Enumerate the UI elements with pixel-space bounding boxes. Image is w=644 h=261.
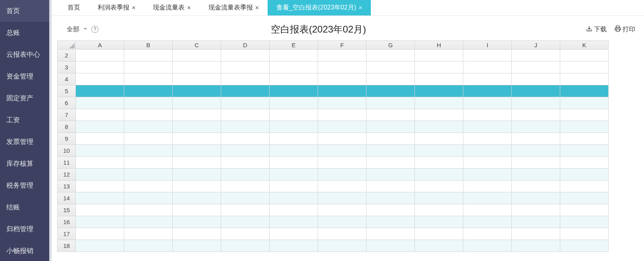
cell-E16[interactable] <box>270 216 318 228</box>
cell-F12[interactable] <box>318 169 366 180</box>
sidebar-item-10[interactable]: 归档管理 <box>0 218 49 240</box>
cell-C11[interactable] <box>173 157 221 169</box>
cell-E6[interactable] <box>270 97 318 109</box>
cell-J3[interactable] <box>512 61 560 73</box>
cell-C3[interactable] <box>173 61 221 73</box>
cell-G18[interactable] <box>366 240 415 252</box>
cell-E4[interactable] <box>270 73 318 85</box>
cell-A7[interactable] <box>76 109 124 121</box>
cell-C15[interactable] <box>173 204 221 216</box>
cell-G3[interactable] <box>366 61 415 73</box>
cell-G13[interactable] <box>366 180 415 192</box>
cell-B18[interactable] <box>124 240 173 252</box>
cell-E12[interactable] <box>270 169 318 180</box>
cell-D15[interactable] <box>221 204 270 216</box>
cell-G16[interactable] <box>366 216 415 228</box>
row-header-5[interactable]: 5 <box>58 85 76 97</box>
cell-J2[interactable] <box>512 50 560 61</box>
cell-K2[interactable] <box>560 50 609 61</box>
cell-D14[interactable] <box>221 192 270 204</box>
column-header-G[interactable]: G <box>366 41 415 50</box>
cell-G8[interactable] <box>366 121 415 133</box>
cell-K12[interactable] <box>560 169 609 180</box>
cell-H4[interactable] <box>415 73 463 85</box>
close-icon[interactable]: × <box>187 4 191 12</box>
cell-E2[interactable] <box>270 50 318 61</box>
cell-H6[interactable] <box>415 97 463 109</box>
sidebar-item-11[interactable]: 小畅报销 <box>0 240 49 261</box>
cell-G7[interactable] <box>366 109 415 121</box>
cell-I11[interactable] <box>463 157 512 169</box>
download-button[interactable]: 下载 <box>586 25 607 34</box>
cell-I6[interactable] <box>463 97 512 109</box>
cell-A12[interactable] <box>76 169 124 180</box>
cell-H11[interactable] <box>415 157 463 169</box>
cell-F7[interactable] <box>318 109 366 121</box>
cell-D10[interactable] <box>221 145 270 157</box>
cell-D7[interactable] <box>221 109 270 121</box>
cell-B5[interactable] <box>124 85 173 97</box>
cell-A2[interactable] <box>76 50 124 61</box>
cell-G2[interactable] <box>366 50 415 61</box>
cell-D8[interactable] <box>221 121 270 133</box>
cell-D6[interactable] <box>221 97 270 109</box>
cell-G11[interactable] <box>366 157 415 169</box>
cell-A9[interactable] <box>76 133 124 145</box>
cell-B12[interactable] <box>124 169 173 180</box>
cell-I18[interactable] <box>463 240 512 252</box>
cell-K6[interactable] <box>560 97 609 109</box>
cell-F15[interactable] <box>318 204 366 216</box>
cell-E13[interactable] <box>270 180 318 192</box>
cell-B3[interactable] <box>124 61 173 73</box>
cell-A4[interactable] <box>76 73 124 85</box>
cell-I14[interactable] <box>463 192 512 204</box>
column-header-A[interactable]: A <box>76 41 124 50</box>
cell-C13[interactable] <box>173 180 221 192</box>
sidebar-item-3[interactable]: 资金管理 <box>0 65 49 87</box>
cell-F14[interactable] <box>318 192 366 204</box>
row-header-9[interactable]: 9 <box>58 133 76 145</box>
cell-K15[interactable] <box>560 204 609 216</box>
tab-1[interactable]: 利润表季报× <box>89 0 144 15</box>
cell-D12[interactable] <box>221 169 270 180</box>
column-header-E[interactable]: E <box>270 41 318 50</box>
cell-D9[interactable] <box>221 133 270 145</box>
cell-B15[interactable] <box>124 204 173 216</box>
cell-C14[interactable] <box>173 192 221 204</box>
cell-C6[interactable] <box>173 97 221 109</box>
row-header-17[interactable]: 17 <box>58 228 76 240</box>
cell-K8[interactable] <box>560 121 609 133</box>
column-header-F[interactable]: F <box>318 41 366 50</box>
tab-4[interactable]: 查看_空白报表(2023年02月)× <box>268 0 371 15</box>
cell-J17[interactable] <box>512 228 560 240</box>
cell-A8[interactable] <box>76 121 124 133</box>
cell-B4[interactable] <box>124 73 173 85</box>
cell-K11[interactable] <box>560 157 609 169</box>
cell-H17[interactable] <box>415 228 463 240</box>
cell-A17[interactable] <box>76 228 124 240</box>
cell-D2[interactable] <box>221 50 270 61</box>
cell-A18[interactable] <box>76 240 124 252</box>
cell-E14[interactable] <box>270 192 318 204</box>
cell-J14[interactable] <box>512 192 560 204</box>
cell-A16[interactable] <box>76 216 124 228</box>
cell-H5[interactable] <box>415 85 463 97</box>
sidebar-item-9[interactable]: 结账 <box>0 196 49 218</box>
row-header-15[interactable]: 15 <box>58 204 76 216</box>
cell-K13[interactable] <box>560 180 609 192</box>
cell-C8[interactable] <box>173 121 221 133</box>
cell-A13[interactable] <box>76 180 124 192</box>
row-header-2[interactable]: 2 <box>58 50 76 61</box>
cell-H14[interactable] <box>415 192 463 204</box>
column-header-D[interactable]: D <box>221 41 270 50</box>
cell-G14[interactable] <box>366 192 415 204</box>
row-header-12[interactable]: 12 <box>58 169 76 180</box>
cell-H7[interactable] <box>415 109 463 121</box>
cell-K16[interactable] <box>560 216 609 228</box>
row-header-3[interactable]: 3 <box>58 61 76 73</box>
cell-F4[interactable] <box>318 73 366 85</box>
cell-I13[interactable] <box>463 180 512 192</box>
cell-K5[interactable] <box>560 85 609 97</box>
cell-A14[interactable] <box>76 192 124 204</box>
cell-A11[interactable] <box>76 157 124 169</box>
